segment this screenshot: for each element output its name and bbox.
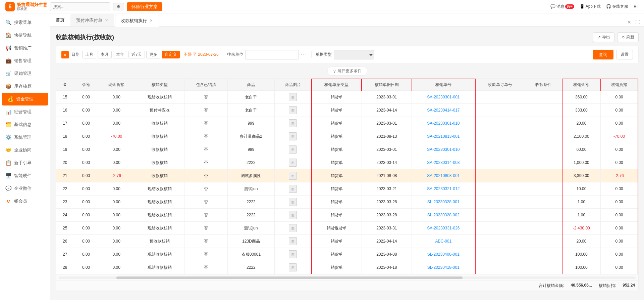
filter-btn-7days[interactable]: 近7天 xyxy=(128,51,145,58)
table-row: 26 0.00 0.00 预收款核销 否 123D商品 图 销货单 2022-0… xyxy=(56,235,638,248)
wo-no-link[interactable]: SA-20210813-001 xyxy=(427,134,460,139)
td-cash-discount: 0.00 xyxy=(98,222,135,235)
wo-no-link[interactable]: SA-20230331-026 xyxy=(427,226,460,230)
filter-order-type-select[interactable] xyxy=(334,50,374,59)
sidebar-item-purchase[interactable]: 🛒 采购管理 xyxy=(0,67,50,80)
td-wo-discount: 0.00 xyxy=(601,222,638,235)
td-wo-amount: 20.00 xyxy=(562,117,601,130)
td-settled: 否 xyxy=(184,182,228,196)
filter-btn-last-month[interactable]: 上月 xyxy=(82,51,96,58)
top-search-input[interactable] xyxy=(50,2,110,11)
td-wo-amount: 1,000.00 xyxy=(562,156,601,169)
sidebar-item-vip[interactable]: V 畅会员 xyxy=(0,195,50,208)
sidebar-item-guide[interactable]: 📋 新手引导 xyxy=(0,157,50,169)
tab-close-all-btn[interactable]: ✕ xyxy=(626,18,633,26)
industry-solution-btn[interactable]: 休验行业方案 xyxy=(127,2,162,11)
th-wo-discount: 核销折扣 xyxy=(601,79,638,91)
td-settled: 否 xyxy=(184,235,228,248)
settings-gear-btn[interactable]: ⚙ xyxy=(113,3,124,10)
td-goods: 2222 xyxy=(228,209,274,222)
td-goods: 999 xyxy=(228,143,274,156)
wo-no-link[interactable]: SL-20230328-001 xyxy=(427,200,460,204)
sidebar-label-operation: 经营管理 xyxy=(14,109,32,115)
td-no: 27 xyxy=(56,248,74,261)
sidebar-item-basic[interactable]: 🗂️ 基础信息 xyxy=(0,118,50,131)
td-wo-date: 2023-03-28 xyxy=(362,196,412,209)
wo-no-link[interactable]: SL-20230418-001 xyxy=(427,265,460,270)
td-goods: 老白干 xyxy=(228,104,274,117)
sidebar-item-system[interactable]: ⚙️ 系统管理 xyxy=(0,131,50,144)
filter-btn-this-year[interactable]: 本年 xyxy=(113,51,127,58)
sidebar-label-enterprise: 企业协同 xyxy=(14,147,32,153)
td-receipt-order xyxy=(475,235,525,248)
sidebar-item-marketing[interactable]: 📢 营销推广 xyxy=(0,42,50,54)
sidebar-item-sales[interactable]: 💼 销售管理 xyxy=(0,54,50,67)
td-type: 现结收款核销 xyxy=(135,261,184,274)
sidebar-item-operation[interactable]: 📊 经营管理 xyxy=(0,105,50,118)
top-bar-left: 6 畅捷通谱好生意 标准版 ⚙ 休验行业方案 xyxy=(5,2,162,11)
wo-no-link[interactable]: SA-20230301-001 xyxy=(427,95,460,99)
app-logo: 6 畅捷通谱好生意 标准版 xyxy=(5,2,47,11)
td-no: 24 xyxy=(56,209,74,222)
online-service-btn[interactable]: 🎧 在线客服 xyxy=(606,4,628,9)
wo-no-link[interactable]: ABC-001 xyxy=(435,239,451,244)
sidebar-label-system: 系统管理 xyxy=(14,134,32,140)
wo-no-link[interactable]: SA-20230301-010 xyxy=(427,147,460,152)
tab-prepay[interactable]: 预付冲应付单 ✕ xyxy=(70,14,114,26)
filter-order-type-label: 单据类型 xyxy=(316,52,332,57)
sidebar-item-search[interactable]: 🔍 搜索菜单 xyxy=(0,16,50,29)
wo-no-link[interactable]: SA-20230301-010 xyxy=(427,121,460,126)
filter-expand-btn[interactable]: » xyxy=(61,51,69,58)
query-btn[interactable]: 查询 xyxy=(593,50,613,59)
td-wo-no: SL-20230418-001 xyxy=(412,261,475,274)
td-wo-date: 2023-03-28 xyxy=(362,209,412,222)
sidebar-item-inventory[interactable]: 📦 库存核算 xyxy=(0,80,50,93)
td-no: 16 xyxy=(56,104,74,117)
message-icon[interactable]: 💬 消息99+ xyxy=(550,4,574,9)
sidebar-item-wechat[interactable]: 💬 企业微信 xyxy=(0,182,50,195)
td-type: 收款核销 xyxy=(135,169,184,182)
user-name[interactable]: Rit xyxy=(634,4,639,9)
td-goods-img: 图 xyxy=(274,235,312,248)
filter-btn-more[interactable]: 更多 xyxy=(146,51,160,58)
wo-no-link[interactable]: SA-20210808-001 xyxy=(427,173,460,178)
filter-btn-custom[interactable]: 自定义 xyxy=(162,51,180,58)
logo-text-block: 畅捷通谱好生意 标准版 xyxy=(17,2,47,11)
export-btn[interactable]: ↗ 导出 xyxy=(593,32,614,42)
sidebar-item-quicknav[interactable]: 🏠 快捷导航 xyxy=(0,29,50,42)
filter-settings-btn[interactable]: 设置 xyxy=(616,50,633,59)
sidebar-item-enterprise[interactable]: 🤝 企业协同 xyxy=(0,144,50,157)
refresh-icon: ↺ xyxy=(622,35,625,40)
wo-no-link[interactable]: SA-20230314-008 xyxy=(427,160,460,165)
td-settled: 否 xyxy=(184,169,228,182)
sidebar-item-smart-hw[interactable]: 🖥️ 智能硬件 xyxy=(0,169,50,182)
td-receipt-order xyxy=(475,130,525,143)
refresh-btn[interactable]: ↺ 刷新 xyxy=(617,32,639,42)
table-scrollbar[interactable] xyxy=(59,276,636,279)
expand-more-conditions-btn[interactable]: ∨ 展开更多条件 xyxy=(327,67,367,76)
td-receipt-order xyxy=(475,182,525,196)
wo-no-link[interactable]: SL-20230328-002 xyxy=(427,213,460,217)
sidebar-item-finance[interactable]: 💰 资金管理 xyxy=(2,93,48,105)
tab-maximize-btn[interactable]: ⛶ xyxy=(634,18,641,26)
filter-from-unit-input[interactable] xyxy=(245,50,299,59)
th-wo-amount: 核销金额 xyxy=(562,79,601,91)
wo-no-link[interactable]: SL-20230408-001 xyxy=(427,252,460,257)
wo-no-link[interactable]: SA-20230321-012 xyxy=(427,186,460,191)
td-balance: 0.00 xyxy=(74,235,98,248)
th-settings[interactable]: ⚙ xyxy=(56,79,74,91)
tab-collection-close[interactable]: ✕ xyxy=(149,18,153,23)
td-receipt-order xyxy=(475,169,525,182)
tab-home[interactable]: 首页 xyxy=(50,14,70,26)
td-wo-no: SL-20230328-001 xyxy=(412,196,475,209)
filter-btn-this-month[interactable]: 本月 xyxy=(98,51,112,58)
tab-prepay-close[interactable]: ✕ xyxy=(104,18,109,23)
page-actions: ↗ 导出 ↺ 刷新 xyxy=(593,32,639,42)
wo-no-link[interactable]: SA-20230414-017 xyxy=(427,108,460,113)
app-download-btn[interactable]: 📱 App下载 xyxy=(580,4,601,9)
footer-total-amount-label: 合计核销金额: xyxy=(539,283,564,289)
tab-collection[interactable]: 收款核销执行 ✕ xyxy=(115,15,159,27)
td-wo-amount: -2,430.00 xyxy=(562,222,601,235)
td-wo-type: 销货单 xyxy=(312,117,362,130)
td-wo-amount: 1.00 xyxy=(562,196,601,209)
